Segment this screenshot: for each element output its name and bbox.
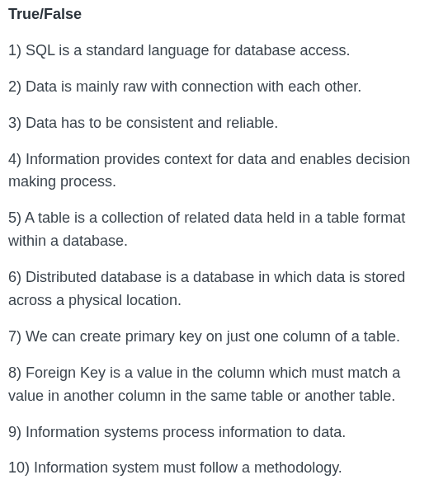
question-item: 8) Foreign Key is a value in the column … (8, 362, 440, 408)
question-item: 9) Information systems process informati… (8, 421, 440, 444)
question-item: 4) Information provides context for data… (8, 148, 440, 195)
question-item: 1) SQL is a standard language for databa… (8, 40, 440, 63)
question-item: 7) We can create primary key on just one… (8, 326, 440, 349)
question-item: 2) Data is mainly raw with connection wi… (8, 76, 440, 99)
question-item: 3) Data has to be consistent and reliabl… (8, 112, 440, 135)
question-item: 6) Distributed database is a database in… (8, 266, 440, 313)
question-item: 10) Information system must follow a met… (8, 457, 440, 480)
question-item: 5) A table is a collection of related da… (8, 207, 440, 253)
section-heading: True/False (8, 3, 440, 26)
